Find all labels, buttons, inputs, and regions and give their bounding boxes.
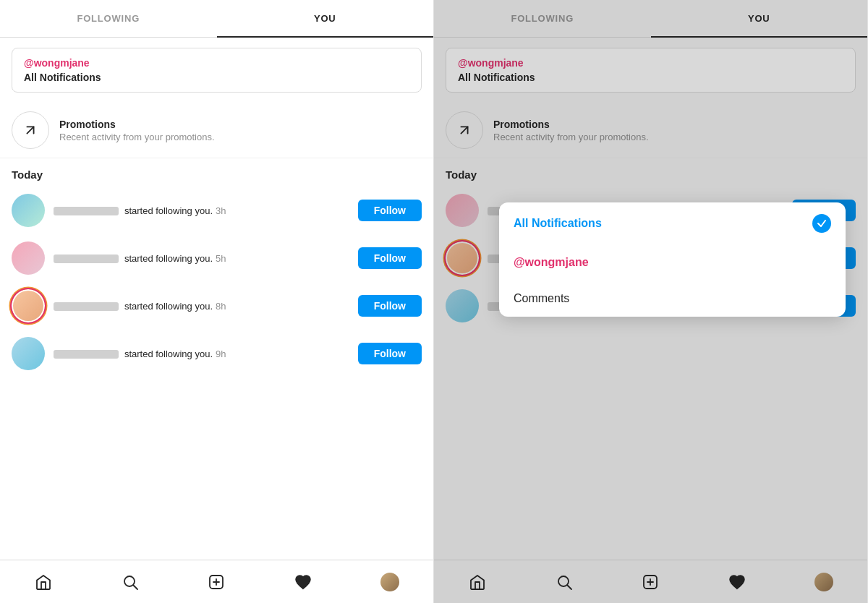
- follow-button-3[interactable]: Follow: [358, 295, 422, 317]
- right-panel: FOLLOWING YOU @wongmjane All Notificatio…: [434, 0, 868, 603]
- dropdown-item-username[interactable]: @wongmjane: [499, 244, 846, 281]
- username-blur-4: [54, 350, 119, 359]
- tab-bar: FOLLOWING YOU: [0, 0, 433, 38]
- follow-button-2[interactable]: Follow: [358, 247, 422, 269]
- dropdown-menu: All Notifications @wongmjane Comments: [499, 202, 846, 317]
- promotions-row[interactable]: Promotions Recent activity from your pro…: [0, 103, 433, 158]
- notif-item-2: started following you. 5h Follow: [0, 234, 433, 282]
- bottom-nav: [0, 560, 433, 603]
- add-icon[interactable]: [207, 573, 226, 591]
- tab-you[interactable]: YOU: [217, 0, 434, 38]
- avatar-3[interactable]: [12, 289, 45, 322]
- svg-line-0: [27, 127, 33, 133]
- svg-line-2: [133, 585, 137, 589]
- left-panel: FOLLOWING YOU @wongmjane All Notificatio…: [0, 0, 434, 603]
- filter-username: @wongmjane: [24, 57, 409, 69]
- filter-box[interactable]: @wongmjane All Notifications: [12, 48, 422, 93]
- profile-avatar[interactable]: [380, 573, 399, 591]
- follow-button-4[interactable]: Follow: [358, 343, 422, 364]
- heart-icon[interactable]: [294, 573, 312, 591]
- tab-following[interactable]: FOLLOWING: [0, 0, 217, 38]
- notif-text-4: started following you. 9h: [54, 348, 349, 359]
- dropdown-item-comments[interactable]: Comments: [499, 281, 846, 317]
- notif-text-2: started following you. 5h: [54, 252, 349, 264]
- check-icon: [812, 214, 831, 233]
- notif-item-4: started following you. 9h Follow: [0, 330, 433, 377]
- promotions-icon: [12, 111, 49, 149]
- dropdown-item-all-notifications[interactable]: All Notifications: [499, 202, 846, 244]
- today-section-title: Today: [0, 158, 433, 187]
- username-blur-3: [54, 302, 119, 311]
- search-icon[interactable]: [121, 573, 140, 591]
- avatar-2[interactable]: [12, 241, 45, 275]
- avatar-4[interactable]: [12, 337, 45, 370]
- notif-item-1: started following you. 3h Follow: [0, 187, 433, 234]
- notif-text-1: started following you. 3h: [54, 205, 349, 216]
- promotions-text: Promotions Recent activity from your pro…: [59, 119, 215, 142]
- notif-item-3: started following you. 8h Follow: [0, 282, 433, 330]
- home-icon[interactable]: [34, 573, 53, 591]
- notif-text-3: started following you. 8h: [54, 300, 349, 312]
- avatar-1[interactable]: [12, 194, 45, 227]
- filter-label: All Notifications: [24, 72, 409, 83]
- follow-button-1[interactable]: Follow: [358, 200, 422, 221]
- username-blur-2: [54, 255, 119, 263]
- username-blur-1: [54, 207, 119, 215]
